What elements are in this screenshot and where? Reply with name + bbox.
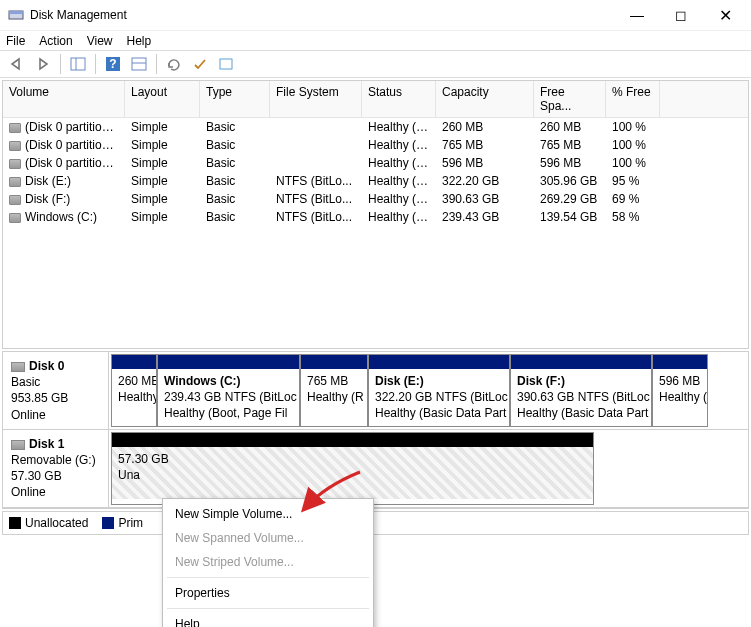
disk-info[interactable]: Disk 1Removable (G:)57.30 GBOnline: [3, 430, 109, 507]
disk-info[interactable]: Disk 0Basic953.85 GBOnline: [3, 352, 109, 429]
partition-label: Disk (E:): [375, 373, 503, 389]
partition-status: Una: [118, 467, 587, 483]
refresh-button[interactable]: [163, 53, 185, 75]
cell-status: Healthy (B...: [362, 208, 436, 226]
cell-fs: [270, 136, 362, 154]
partition-bar: [301, 355, 367, 369]
cell-pfree: 100 %: [606, 136, 660, 154]
legend-unallocated: Unallocated: [9, 516, 88, 530]
table-row[interactable]: Disk (E:)SimpleBasicNTFS (BitLo...Health…: [3, 172, 748, 190]
context-menu: New Simple Volume... New Spanned Volume.…: [162, 498, 374, 627]
cell-pfree: 58 %: [606, 208, 660, 226]
disk-kind: Basic: [11, 374, 100, 390]
menu-action[interactable]: Action: [39, 34, 72, 48]
partition[interactable]: 260 MBHealthy: [111, 354, 157, 427]
col-type[interactable]: Type: [200, 81, 270, 117]
table-row[interactable]: (Disk 0 partition 7)SimpleBasicHealthy (…: [3, 154, 748, 172]
cell-type: Basic: [200, 208, 270, 226]
back-button[interactable]: [6, 53, 28, 75]
cell-type: Basic: [200, 136, 270, 154]
forward-button[interactable]: [32, 53, 54, 75]
help-button[interactable]: ?: [102, 53, 124, 75]
menu-help[interactable]: Help: [163, 612, 373, 627]
partition[interactable]: 765 MBHealthy (R: [300, 354, 368, 427]
cell-capacity: 596 MB: [436, 154, 534, 172]
menu-file[interactable]: File: [6, 34, 25, 48]
disk-status: Online: [11, 484, 100, 500]
menu-separator: [167, 608, 369, 609]
col-free-space[interactable]: Free Spa...: [534, 81, 606, 117]
col-status[interactable]: Status: [362, 81, 436, 117]
partition-size: 260 MB: [118, 373, 150, 389]
cell-pfree: 100 %: [606, 154, 660, 172]
partition[interactable]: 596 MBHealthy (R: [652, 354, 708, 427]
disk-status: Online: [11, 407, 100, 423]
svg-rect-8: [220, 59, 232, 69]
partition[interactable]: 57.30 GBUna: [111, 432, 594, 505]
cell-free: 596 MB: [534, 154, 606, 172]
col-spacer: [660, 81, 748, 117]
col-volume[interactable]: Volume: [3, 81, 125, 117]
cell-free: 305.96 GB: [534, 172, 606, 190]
partition[interactable]: Windows (C:)239.43 GB NTFS (BitLocHealth…: [157, 354, 300, 427]
partition-status: Healthy (Basic Data Part: [375, 405, 503, 421]
svg-rect-2: [71, 58, 85, 70]
table-row[interactable]: Windows (C:)SimpleBasicNTFS (BitLo...Hea…: [3, 208, 748, 226]
cell-pfree: 69 %: [606, 190, 660, 208]
cell-volume: Disk (E:): [3, 172, 125, 190]
partition-status: Healthy (Boot, Page Fil: [164, 405, 293, 421]
disk-row: Disk 0Basic953.85 GBOnline260 MBHealthyW…: [3, 352, 748, 430]
show-hide-tree-button[interactable]: [67, 53, 89, 75]
disk-partitions: 57.30 GBUna: [109, 430, 748, 507]
partition-size: 57.30 GB: [118, 451, 587, 467]
menu-help[interactable]: Help: [127, 34, 152, 48]
table-row[interactable]: Disk (F:)SimpleBasicNTFS (BitLo...Health…: [3, 190, 748, 208]
cell-status: Healthy (R...: [362, 154, 436, 172]
maximize-button[interactable]: ◻: [659, 0, 703, 30]
cell-layout: Simple: [125, 172, 200, 190]
col-filesystem[interactable]: File System: [270, 81, 362, 117]
svg-text:?: ?: [109, 57, 116, 71]
partition-status: Healthy (R: [659, 389, 701, 405]
disk-kind: Removable (G:): [11, 452, 100, 468]
cell-volume: (Disk 0 partition 1): [3, 118, 125, 136]
partition-body: 57.30 GBUna: [112, 447, 593, 499]
partition-bar: [112, 433, 593, 447]
partition-body: 260 MBHealthy: [112, 369, 156, 421]
cell-volume: Disk (F:): [3, 190, 125, 208]
volume-table: Volume Layout Type File System Status Ca…: [2, 80, 749, 349]
cell-fs: NTFS (BitLo...: [270, 190, 362, 208]
cell-pfree: 95 %: [606, 172, 660, 190]
volume-table-body: (Disk 0 partition 1)SimpleBasicHealthy (…: [3, 118, 748, 348]
partition[interactable]: Disk (E:)322.20 GB NTFS (BitLocHealthy (…: [368, 354, 510, 427]
menu-view[interactable]: View: [87, 34, 113, 48]
col-layout[interactable]: Layout: [125, 81, 200, 117]
close-button[interactable]: ✕: [703, 0, 747, 30]
toolbar-button-4[interactable]: [128, 53, 150, 75]
col-capacity[interactable]: Capacity: [436, 81, 534, 117]
menu-properties[interactable]: Properties: [163, 581, 373, 605]
svg-rect-1: [9, 11, 23, 14]
minimize-button[interactable]: ―: [615, 0, 659, 30]
menu-new-simple-volume[interactable]: New Simple Volume...: [163, 502, 373, 526]
cell-free: 269.29 GB: [534, 190, 606, 208]
col-percent-free[interactable]: % Free: [606, 81, 660, 117]
table-row[interactable]: (Disk 0 partition 4)SimpleBasicHealthy (…: [3, 136, 748, 154]
toolbar-button-6[interactable]: [189, 53, 211, 75]
separator: [95, 54, 96, 74]
cell-capacity: 390.63 GB: [436, 190, 534, 208]
titlebar: Disk Management ― ◻ ✕: [0, 0, 751, 30]
partition-label: Disk (F:): [517, 373, 645, 389]
cell-layout: Simple: [125, 136, 200, 154]
partition-size: 596 MB: [659, 373, 701, 389]
partition-bar: [653, 355, 707, 369]
toolbar-button-7[interactable]: [215, 53, 237, 75]
cell-free: 139.54 GB: [534, 208, 606, 226]
disk-name: Disk 1: [29, 437, 64, 451]
cell-volume: (Disk 0 partition 7): [3, 154, 125, 172]
cell-type: Basic: [200, 172, 270, 190]
separator: [156, 54, 157, 74]
disk-size: 953.85 GB: [11, 390, 100, 406]
partition[interactable]: Disk (F:)390.63 GB NTFS (BitLocHealthy (…: [510, 354, 652, 427]
table-row[interactable]: (Disk 0 partition 1)SimpleBasicHealthy (…: [3, 118, 748, 136]
